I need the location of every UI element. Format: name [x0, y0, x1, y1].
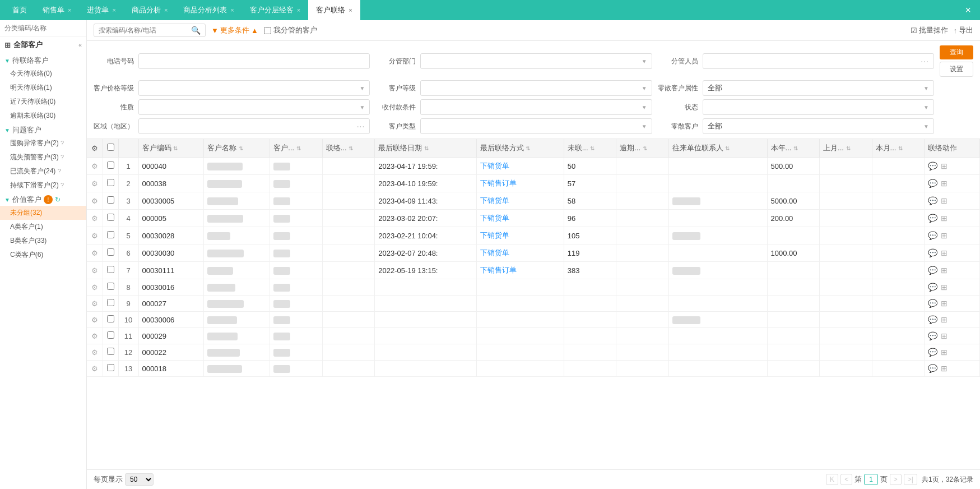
- grid-action-icon[interactable]: ⊞: [941, 348, 948, 357]
- th-unit-contact[interactable]: 往来单位联系人 ⇅: [668, 139, 767, 158]
- search-button[interactable]: 查询: [940, 45, 973, 59]
- sidebar-group-pending[interactable]: ▼ 待联络客户: [0, 53, 86, 67]
- nav-product-analysis[interactable]: 商品分析 ×: [124, 0, 175, 20]
- close-purchase-icon[interactable]: ×: [112, 7, 115, 13]
- chat-icon[interactable]: 💬: [928, 348, 937, 357]
- row-settings-icon[interactable]: ⚙: [87, 210, 103, 227]
- chat-icon[interactable]: 💬: [928, 299, 937, 308]
- nav-purchase[interactable]: 进货单 ×: [79, 0, 123, 20]
- th-overdue[interactable]: 逾期... ⇅: [616, 139, 668, 158]
- row-checkbox[interactable]: [103, 158, 118, 175]
- status-select[interactable]: ▼: [703, 99, 934, 115]
- chat-icon[interactable]: 💬: [928, 196, 937, 205]
- nature-select[interactable]: ▼: [138, 99, 370, 115]
- grid-action-icon[interactable]: ⊞: [941, 162, 948, 170]
- chat-icon[interactable]: 💬: [928, 364, 937, 373]
- price-level-select[interactable]: ▼: [138, 80, 370, 96]
- row-settings-icon[interactable]: ⚙: [87, 245, 103, 262]
- row-settings-icon[interactable]: ⚙: [87, 262, 103, 279]
- first-page-button[interactable]: K: [826, 474, 838, 485]
- sidebar-item-lost[interactable]: 已流失客户(24) ?: [0, 164, 86, 178]
- payment-select[interactable]: ▼: [420, 99, 652, 115]
- close-customer-contact-icon[interactable]: ×: [349, 7, 352, 13]
- th-name[interactable]: 客户名称 ⇅: [204, 139, 270, 158]
- row-checkbox[interactable]: [103, 192, 118, 210]
- my-customers-check[interactable]: [264, 27, 271, 34]
- sidebar-item-today-pending[interactable]: 今天待联络(0): [0, 67, 86, 81]
- row-checkbox[interactable]: [103, 361, 118, 377]
- more-conditions-button[interactable]: ▼ 更多条件 ▲: [211, 25, 258, 35]
- row-checkbox[interactable]: [103, 296, 118, 312]
- row-checkbox[interactable]: [103, 245, 118, 262]
- sidebar-group-value[interactable]: ▼ 价值客户 ! ↻: [0, 192, 86, 206]
- export-button[interactable]: ↑ 导出: [954, 25, 974, 35]
- chat-icon[interactable]: 💬: [928, 331, 937, 340]
- th-contact[interactable]: 联络... ⇅: [322, 139, 374, 158]
- chat-icon[interactable]: 💬: [928, 162, 937, 170]
- row-settings-icon[interactable]: ⚙: [87, 279, 103, 296]
- row-settings-icon[interactable]: ⚙: [87, 175, 103, 192]
- sidebar-item-loss-warning[interactable]: 流失预警客户(3) ?: [0, 150, 86, 164]
- row-settings-icon[interactable]: ⚙: [87, 158, 103, 175]
- row-checkbox[interactable]: [103, 227, 118, 245]
- chat-icon[interactable]: 💬: [928, 315, 937, 324]
- sidebar-item-ungrouped[interactable]: 未分组(32): [0, 206, 86, 220]
- refresh-icon[interactable]: ↻: [55, 196, 61, 204]
- th-last-method[interactable]: 最后联络方式 ⇅: [476, 139, 564, 158]
- row-settings-icon[interactable]: ⚙: [87, 312, 103, 328]
- batch-op-button[interactable]: ☑ 批量操作: [911, 25, 948, 35]
- sidebar-item-class-c[interactable]: C类客户(6): [0, 248, 86, 262]
- grid-action-icon[interactable]: ⊞: [941, 231, 948, 240]
- grid-action-icon[interactable]: ⊞: [941, 315, 948, 324]
- grid-action-icon[interactable]: ⊞: [941, 299, 948, 308]
- window-close-button[interactable]: ×: [960, 4, 976, 16]
- th-last-date[interactable]: 最后联络日期 ⇅: [375, 139, 476, 158]
- sidebar-item-class-b[interactable]: B类客户(33): [0, 234, 86, 248]
- nav-product-analysis-list[interactable]: 商品分析列表 ×: [175, 0, 241, 20]
- th-type[interactable]: 客户... ⇅: [270, 139, 322, 158]
- grid-action-icon[interactable]: ⊞: [941, 283, 948, 292]
- row-checkbox[interactable]: [103, 210, 118, 227]
- nav-home[interactable]: 首页: [4, 0, 35, 20]
- row-settings-icon[interactable]: ⚙: [87, 192, 103, 210]
- sidebar-all-customers[interactable]: ⊞ 全部客户 «: [0, 36, 86, 53]
- row-settings-icon[interactable]: ⚙: [87, 328, 103, 344]
- row-settings-icon[interactable]: ⚙: [87, 344, 103, 361]
- close-sales-icon[interactable]: ×: [68, 7, 71, 13]
- grid-action-icon[interactable]: ⊞: [941, 196, 948, 205]
- my-customers-checkbox[interactable]: 我分管的客户: [264, 25, 317, 35]
- row-checkbox[interactable]: [103, 344, 118, 361]
- chat-icon[interactable]: 💬: [928, 283, 937, 292]
- th-this-year[interactable]: 本年... ⇅: [767, 139, 819, 158]
- search-input[interactable]: [99, 26, 191, 34]
- sidebar-item-tomorrow-pending[interactable]: 明天待联络(1): [0, 81, 86, 95]
- grid-action-icon[interactable]: ⊞: [941, 179, 948, 188]
- chat-icon[interactable]: 💬: [928, 266, 937, 275]
- row-settings-icon[interactable]: ⚙: [87, 361, 103, 377]
- sidebar-item-declining[interactable]: 持续下滑客户(2) ?: [0, 178, 86, 192]
- chat-icon[interactable]: 💬: [928, 214, 937, 223]
- chat-icon[interactable]: 💬: [928, 231, 937, 240]
- phone-input[interactable]: [138, 53, 370, 69]
- grid-action-icon[interactable]: ⊞: [941, 248, 948, 257]
- last-page-button[interactable]: >|: [904, 474, 917, 485]
- th-last-month[interactable]: 上月... ⇅: [820, 139, 872, 158]
- retail-attr-select[interactable]: 全部 ▼: [703, 80, 934, 96]
- nav-sales[interactable]: 销售单 ×: [35, 0, 79, 20]
- row-checkbox[interactable]: [103, 312, 118, 328]
- row-checkbox[interactable]: [103, 279, 118, 296]
- sidebar-item-abnormal[interactable]: 囤购异常客户(2) ?: [0, 136, 86, 150]
- grid-action-icon[interactable]: ⊞: [941, 364, 948, 373]
- row-settings-icon[interactable]: ⚙: [87, 296, 103, 312]
- sidebar-search-input[interactable]: [4, 24, 87, 32]
- close-customer-tier-icon[interactable]: ×: [297, 7, 300, 13]
- close-product-analysis-list-icon[interactable]: ×: [230, 7, 234, 13]
- reset-button[interactable]: 设置: [940, 62, 973, 77]
- dept-select[interactable]: ▼: [420, 53, 652, 69]
- customer-type-select[interactable]: ▼: [420, 118, 652, 134]
- page-size-select[interactable]: 10 20 50 100: [125, 473, 154, 486]
- grid-action-icon[interactable]: ⊞: [941, 266, 948, 275]
- th-not-contacted[interactable]: 未联... ⇅: [564, 139, 616, 158]
- row-checkbox[interactable]: [103, 262, 118, 279]
- th-code[interactable]: 客户编码 ⇅: [138, 139, 204, 158]
